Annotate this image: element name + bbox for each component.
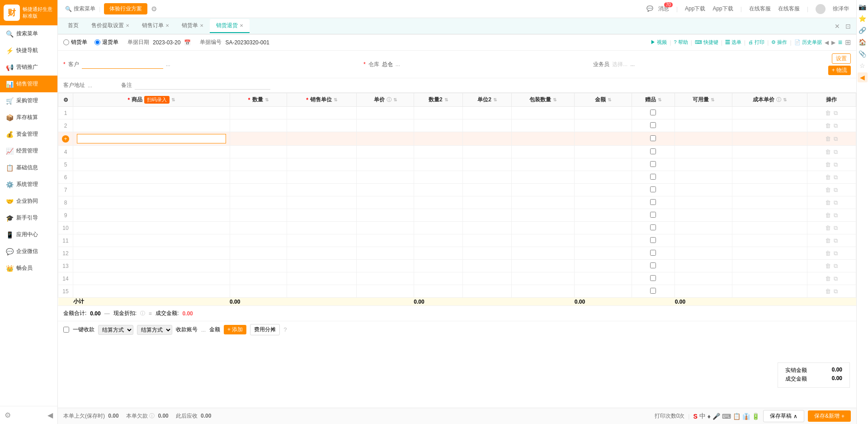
row-sales-unit-13[interactable] [287,260,357,272]
row-unit2-5[interactable] [463,158,512,171]
grid-view-btn[interactable]: ⊞ [845,38,851,47]
row-gift-13[interactable] [632,260,675,272]
row-cost-price-13[interactable] [732,260,807,272]
unit2-sort-icon[interactable]: ⇅ [493,97,497,102]
window-max-btn[interactable]: ⊡ [844,22,853,31]
row-delete-5[interactable]: 🗑 [825,161,831,168]
row-qty2-2[interactable] [414,119,462,132]
row-unit2-9[interactable] [463,209,512,222]
row-available-7[interactable] [675,184,732,196]
tab-home[interactable]: 首页 [61,19,85,33]
row-sales-unit-9[interactable] [287,209,357,222]
row-amount-10[interactable] [575,222,632,234]
row-cost-price-6[interactable] [732,171,807,184]
row-sales-unit-6[interactable] [287,171,357,184]
row-unit-price-4[interactable] [357,146,414,158]
row-gift-2[interactable] [632,119,675,132]
calc-select[interactable]: 结算方式 [137,325,172,335]
row-delete-8[interactable]: 🗑 [825,199,831,206]
row-unit2-11[interactable] [463,234,512,247]
row-unit-price-11[interactable] [357,234,414,247]
row-product-5[interactable] [73,158,230,171]
row-product-15[interactable] [73,285,230,298]
row-unit2-13[interactable] [463,260,512,272]
row-qty-13[interactable] [230,260,287,272]
row-product-14[interactable] [73,272,230,285]
row-pack-qty-1[interactable] [512,107,575,119]
sidebar-item-shortcut[interactable]: ⚡ 快捷导航 [0,42,57,59]
row-unit-price-9[interactable] [357,209,414,222]
row-unit2-7[interactable] [463,184,512,196]
row-qty2-5[interactable] [414,158,462,171]
row-unit-price-7[interactable] [357,184,414,196]
row-sales-unit-1[interactable] [287,107,357,119]
row-available-12[interactable] [675,247,732,260]
row-amount-6[interactable] [575,171,632,184]
row-cost-price-8[interactable] [732,196,807,209]
sidebar-item-inventory[interactable]: 📦 库存核算 [0,109,57,126]
row-amount-3[interactable] [575,132,632,146]
sidebar-collapse-icon[interactable]: ◀ [47,411,53,419]
row-unit-price-6[interactable] [357,171,414,184]
row-gift-7[interactable] [632,184,675,196]
row-qty-2[interactable] [230,119,287,132]
row-qty-9[interactable] [230,209,287,222]
row-product-11[interactable] [73,234,230,247]
row-copy-9[interactable]: ⧉ [834,212,838,219]
row-sales-unit-10[interactable] [287,222,357,234]
row-amount-13[interactable] [575,260,632,272]
save-draft-btn[interactable]: 保存草稿 ∧ [763,410,804,422]
row-gift-8[interactable] [632,196,675,209]
calendar-icon[interactable]: 📅 [184,39,191,46]
row-unit-price-1[interactable] [357,107,414,119]
row-qty-6[interactable] [230,171,287,184]
row-sales-unit-12[interactable] [287,247,357,260]
customer-dots[interactable]: ... [166,61,170,67]
row-qty2-7[interactable] [414,184,462,196]
row-unit-price-12[interactable] [357,247,414,260]
row-qty2-3[interactable] [414,132,462,146]
sidebar-item-basic[interactable]: 📋 基础信息 [0,159,57,176]
sidebar-item-purchase[interactable]: 🛒 采购管理 [0,92,57,109]
row-copy-11[interactable]: ⧉ [834,237,838,244]
row-copy-8[interactable]: ⧉ [834,199,838,206]
row-product-13[interactable] [73,260,230,272]
rp-icon-4[interactable]: 🏠 [858,37,868,47]
tab-delivery[interactable]: 销货单 ✕ [175,19,210,33]
row-copy-4[interactable]: ⧉ [834,148,838,156]
select-link[interactable]: ☰ 选单 [725,39,741,46]
row-unit-price-8[interactable] [357,196,414,209]
tab-return[interactable]: 销货退货 ✕ [210,19,250,33]
tab-price[interactable]: 售价提取设置 ✕ [85,19,136,33]
row-available-3[interactable] [675,132,732,146]
radio-delivery-input[interactable] [63,39,69,45]
one-click-checkbox[interactable] [63,327,69,333]
row-cost-price-1[interactable] [732,107,807,119]
row-amount-2[interactable] [575,119,632,132]
tab-order[interactable]: 销售订单 ✕ [136,19,175,33]
row-gift-9[interactable] [632,209,675,222]
available-sort-icon[interactable]: ⇅ [711,97,714,102]
next-record-btn[interactable]: ▶ [831,39,835,46]
row-unit2-4[interactable] [463,146,512,158]
row-delete-14[interactable]: 🗑 [825,275,831,282]
row-unit2-10[interactable] [463,222,512,234]
row-pack-qty-15[interactable] [512,285,575,298]
sidebar-item-sales[interactable]: 📊 销售管理 [0,76,57,92]
table-settings-icon[interactable]: ⚙ [63,97,68,103]
row-unit-price-10[interactable] [357,222,414,234]
row-unit2-2[interactable] [463,119,512,132]
row-delete-1[interactable]: 🗑 [825,110,831,116]
row-cost-price-3[interactable] [732,132,807,146]
row-available-8[interactable] [675,196,732,209]
row-pack-qty-7[interactable] [512,184,575,196]
row-available-9[interactable] [675,209,732,222]
row-available-15[interactable] [675,285,732,298]
row-unit2-6[interactable] [463,171,512,184]
sidebar-item-system[interactable]: ⚙️ 系统管理 [0,176,57,193]
radio-return[interactable]: 退货单 [94,38,118,46]
app-download-link[interactable]: App下载 [685,5,705,13]
row-product-10[interactable] [73,222,230,234]
row-delete-6[interactable]: 🗑 [825,174,831,181]
row-qty-1[interactable] [230,107,287,119]
